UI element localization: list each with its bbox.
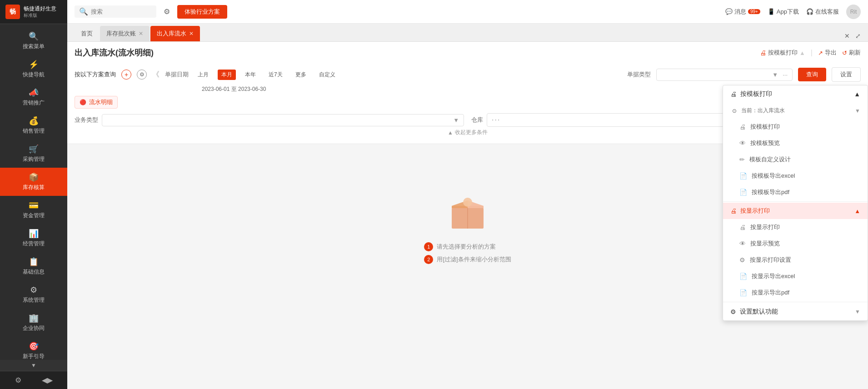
topbar-search-box[interactable]: 🔍 [75, 5, 156, 18]
display-excel-label: 按显示导出excel [752, 272, 795, 280]
sidebar-item-label: 采购管理 [23, 155, 45, 163]
sidebar-item-label: 营销推广 [23, 99, 45, 107]
display-pdf-icon: 📄 [739, 289, 747, 296]
search-input[interactable] [91, 8, 145, 15]
template-print-header-label: 按模板打印 [740, 90, 772, 98]
purchase-icon: 🛒 [29, 144, 39, 154]
sidebar-item-purchase[interactable]: 🛒 采购管理 [0, 140, 67, 168]
sidebar-item-base-info[interactable]: 📋 基础信息 [0, 252, 67, 280]
dropdown-template-excel[interactable]: 📄 按模板导出excel [723, 168, 868, 184]
template-customize-icon: ✏ [739, 156, 745, 163]
filter-gear-btn[interactable]: ⚙ [137, 70, 147, 80]
topbar-gear-icon[interactable]: ⚙ [164, 7, 170, 16]
date-this-year-btn[interactable]: 本年 [241, 70, 259, 80]
tab-flow-close[interactable]: ✕ [189, 30, 194, 37]
dropdown-divider-2 [723, 302, 868, 302]
sidebar-item-corp[interactable]: 🏢 企业协同 [0, 309, 67, 337]
print-template-btn[interactable]: 🖨 按模板打印 ▲ [760, 49, 805, 57]
sidebar-item-label: 系统管理 [23, 296, 45, 304]
app-logo: 畅 畅捷通好生意 标准版 [0, 0, 67, 24]
page-title: 出入库流水(流水明细) [75, 47, 154, 58]
window-maximize-btn[interactable]: ⤢ [855, 32, 861, 40]
template-customize-label: 模板自定义设计 [749, 155, 791, 164]
collapse-sidebar-icon[interactable]: ◀▶ [42, 376, 53, 384]
refresh-icon: ↺ [842, 50, 847, 56]
filter-collapse-icon[interactable]: 《 [152, 70, 160, 80]
display-print-section-header[interactable]: 🖨 按显示打印 ▲ [723, 203, 868, 219]
user-avatar[interactable]: Rit [846, 5, 861, 19]
business-type-label: 业务类型 [75, 116, 98, 124]
doc-type-select[interactable]: ▼ ··· [656, 69, 793, 81]
filter-add-btn[interactable]: + [121, 70, 131, 80]
dropdown-current-item[interactable]: ⊙ 当前：出入库流水 ▼ [723, 103, 868, 119]
collapse-label: 收起更多条件 [455, 129, 488, 136]
dropdown-template-preview[interactable]: 👁 按模板预览 [723, 135, 868, 151]
settings-btn[interactable]: 设置 [832, 67, 861, 82]
dropdown-template-customize[interactable]: ✏ 模板自定义设计 [723, 151, 868, 168]
window-close-btn[interactable]: ✕ [844, 32, 850, 40]
default-section-header[interactable]: ⚙ 设置默认功能 ▼ [723, 303, 868, 320]
inventory-icon: 📦 [29, 172, 39, 182]
message-icon: 💬 [725, 8, 733, 15]
template-preview-icon: 👁 [739, 140, 746, 147]
dropdown-display-print[interactable]: 🖨 按显示打印 [723, 219, 868, 235]
display-print-icon: 🖨 [739, 224, 746, 231]
dropdown-display-pdf[interactable]: 📄 按显示导出pdf [723, 284, 868, 301]
empty-box-svg [443, 183, 493, 233]
date-more-btn[interactable]: 更多 [292, 70, 310, 80]
date-custom-btn[interactable]: 自定义 [315, 70, 339, 80]
sidebar-nav: 🔍 搜索菜单 ⚡ 快捷导航 📣 营销推广 💰 销售管理 🛒 采购管理 📦 库存核… [0, 24, 67, 360]
sidebar-item-operations[interactable]: 📊 经营管理 [0, 224, 67, 252]
sidebar-item-inventory[interactable]: 📦 库存核算 [0, 168, 67, 196]
dropdown-template-print[interactable]: 🖨 按模板打印 [723, 119, 868, 135]
dropdown-display-excel[interactable]: 📄 按显示导出excel [723, 268, 868, 284]
tab-batch-account[interactable]: 库存批次账 ✕ [100, 26, 150, 41]
business-type-select[interactable]: ▼ [102, 114, 464, 126]
sidebar-item-finance[interactable]: 💳 资金管理 [0, 196, 67, 224]
template-print-section-header[interactable]: 🖨 按模板打印 ▲ [723, 85, 868, 103]
sidebar-item-quick-nav[interactable]: ⚡ 快捷导航 [0, 55, 67, 83]
app-download-btn[interactable]: 📱 App下载 [768, 8, 799, 16]
tab-flow-label: 出入库流水 [157, 30, 186, 38]
online-service-label: 在线客服 [815, 8, 839, 16]
date-7days-btn[interactable]: 近7天 [265, 70, 286, 80]
export-btn[interactable]: ↗ 导出 [818, 49, 837, 57]
filter-row-1: 按以下方案查询 + ⚙ 《 单据日期 上月 本月 本年 近7天 更多 自定义 单… [75, 67, 861, 82]
sidebar-item-label: 销售管理 [23, 127, 45, 135]
sidebar-item-search[interactable]: 🔍 搜索菜单 [0, 27, 67, 55]
message-btn[interactable]: 💬 消息 99+ [725, 8, 760, 16]
sidebar-item-marketing[interactable]: 📣 营销推广 [0, 83, 67, 111]
printer-section-icon: 🖨 [730, 90, 737, 98]
refresh-btn[interactable]: ↺ 刷新 [842, 49, 861, 57]
sidebar-item-label: 基础信息 [23, 268, 45, 276]
template-print-icon: 🖨 [739, 123, 746, 130]
warehouse-label: 仓库 [471, 116, 483, 124]
query-btn[interactable]: 查询 [798, 68, 826, 81]
operations-icon: 📊 [29, 229, 39, 239]
online-service-btn[interactable]: 🎧 在线客服 [806, 8, 839, 16]
template-pdf-label: 按模板导出pdf [752, 188, 789, 196]
sidebar-item-sales[interactable]: 💰 销售管理 [0, 111, 67, 140]
sidebar-footer: ⚙ ◀▶ [0, 371, 67, 389]
tab-batch-account-close[interactable]: ✕ [139, 30, 143, 37]
app-logo-subtitle: 标准版 [24, 12, 56, 19]
doc-type-more[interactable]: ··· [783, 71, 788, 78]
business-type-field: 业务类型 ▼ [75, 114, 464, 126]
app-logo-title: 畅捷通好生意 [24, 5, 56, 13]
step-1-text: 请先选择要分析的方案 [437, 243, 496, 251]
export-icon: ↗ [818, 50, 823, 56]
dropdown-display-settings[interactable]: ⚙ 按显示打印设置 [723, 252, 868, 268]
warehouse-more[interactable]: ··· [492, 116, 500, 124]
date-last-month-btn[interactable]: 上月 [194, 70, 212, 80]
dropdown-template-pdf[interactable]: 📄 按模板导出pdf [723, 184, 868, 200]
tab-home[interactable]: 首页 [75, 26, 99, 41]
industry-btn[interactable]: 体验行业方案 [177, 5, 227, 19]
sidebar-item-guide[interactable]: 🎯 新手引导 [0, 337, 67, 360]
date-this-month-btn[interactable]: 本月 [218, 70, 236, 80]
dropdown-display-preview[interactable]: 👁 按显示预览 [723, 235, 868, 252]
tab-flow[interactable]: 出入库流水 ✕ [150, 26, 200, 41]
quick-nav-icon: ⚡ [29, 60, 39, 70]
settings-footer-icon[interactable]: ⚙ [15, 376, 21, 384]
sidebar-item-system[interactable]: ⚙ 系统管理 [0, 280, 67, 309]
sidebar-scroll-down[interactable]: ▼ [0, 360, 67, 371]
